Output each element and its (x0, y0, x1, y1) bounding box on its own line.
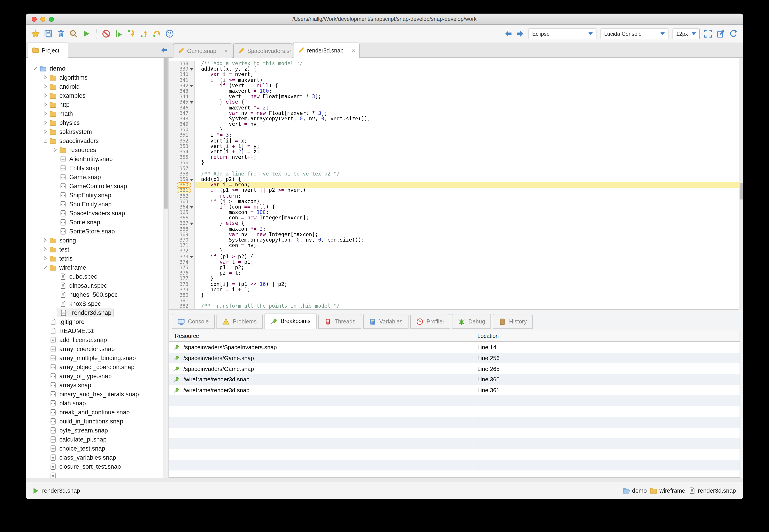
delete-icon[interactable] (57, 29, 65, 38)
gutter-line-number[interactable]: 338 (169, 61, 195, 67)
close-icon[interactable]: × (352, 47, 355, 54)
column-header-resource[interactable]: Resource (169, 331, 474, 341)
expander-icon[interactable] (42, 74, 48, 81)
expander-icon[interactable] (42, 128, 48, 135)
gutter-line-number[interactable]: 371 (169, 243, 195, 248)
tree-item-GameController.snap[interactable]: <>GameController.snap (26, 181, 168, 190)
gutter-line-number[interactable]: 356 (169, 160, 195, 166)
gutter-line-number[interactable]: 339 (169, 67, 195, 72)
code-line-363[interactable]: 363 if (i >= maxcon) (169, 199, 740, 204)
code-line-342[interactable]: 342 if (vert == null) { (169, 83, 740, 89)
tree-item[interactable]: <> (26, 471, 168, 478)
gutter-line-number[interactable]: 342 (169, 83, 195, 89)
fullscreen-icon[interactable] (704, 29, 712, 38)
tree-item-examples[interactable]: examples (26, 91, 168, 100)
code-line-353[interactable]: 353 vert[i + 1] = y; (169, 144, 740, 149)
gutter-line-number[interactable]: 372 (169, 249, 195, 254)
fold-icon[interactable] (190, 256, 194, 258)
tree-item-render3d.snap[interactable]: <>render3d.snap (26, 308, 168, 317)
gutter-line-number[interactable]: 364 (169, 204, 195, 210)
tree-item-physics[interactable]: physics (26, 118, 168, 127)
column-header-location[interactable]: Location (474, 331, 740, 341)
run-icon[interactable] (82, 29, 90, 38)
breakpoint-row[interactable]: /wireframe/render3d.snapLine 361 (169, 385, 740, 396)
tab-project[interactable]: Project (28, 43, 68, 58)
expander-icon[interactable] (32, 65, 38, 71)
code-line-381[interactable]: 381 (169, 298, 740, 304)
tree-item-byte_stream.snap[interactable]: <>byte_stream.snap (26, 426, 168, 435)
gutter-line-number[interactable]: 346 (169, 105, 195, 111)
gutter-line-number[interactable]: 350 (169, 127, 195, 133)
resume-icon[interactable] (114, 29, 123, 38)
tree-item-array_of_type.snap[interactable]: <>array_of_type.snap (26, 371, 168, 380)
tree-item-Sprite.snap[interactable]: <>Sprite.snap (26, 218, 168, 227)
gutter-line-number[interactable]: 374 (169, 260, 195, 265)
forward-icon[interactable] (516, 29, 524, 38)
expander-icon[interactable] (42, 255, 48, 261)
tree-item-tetris[interactable]: tetris (26, 254, 168, 263)
gutter-line-number[interactable]: 353 (169, 144, 195, 149)
tree-item-AlienEntity.snap[interactable]: <>AlienEntity.snap (26, 154, 168, 163)
expander-icon[interactable] (42, 246, 48, 252)
collapse-sidebar-icon[interactable] (160, 46, 168, 54)
code-line-349[interactable]: 349 vert = nv; (169, 122, 740, 127)
code-line-364[interactable]: 364 if (con == null) { (169, 204, 740, 210)
tree-item-http[interactable]: http (26, 100, 168, 109)
expander-icon[interactable] (42, 138, 48, 144)
breadcrumb-item-render3d.snap[interactable]: render3d.snap (688, 487, 736, 494)
gutter-line-number[interactable]: 381 (169, 298, 195, 304)
expander-icon[interactable] (42, 119, 48, 126)
tree-scrollbar[interactable] (163, 58, 168, 478)
code-line-344[interactable]: 344 vert = new Float[maxvert * 3]; (169, 94, 740, 100)
tree-item-SpriteStore.snap[interactable]: <>SpriteStore.snap (26, 227, 168, 236)
code-line-351[interactable]: 351 i *= 3; (169, 133, 740, 138)
tree-item-test[interactable]: test (26, 245, 168, 254)
tree-scrollbar-thumb[interactable] (164, 58, 167, 209)
code-line-360[interactable]: 360 var i = ncon; (169, 182, 740, 188)
code-line-382[interactable]: 382/** Transform all the points in this … (169, 304, 740, 309)
breadcrumb-item-wireframe[interactable]: wireframe (650, 487, 685, 494)
code-line-359[interactable]: 359add(p1, p2) { (169, 177, 740, 182)
tree-item-spaceinvaders[interactable]: spaceinvaders (26, 136, 168, 145)
tree-item-build_in_functions.snap[interactable]: <>build_in_functions.snap (26, 417, 168, 426)
panel-tab-problems[interactable]: Problems (217, 314, 263, 329)
gutter-line-number[interactable]: 369 (169, 232, 195, 237)
gutter-line-number[interactable]: 366 (169, 216, 195, 221)
zoom-window-button[interactable] (49, 17, 54, 22)
tree-item-resources[interactable]: resources (26, 145, 168, 154)
gutter-line-number[interactable]: 355 (169, 155, 195, 160)
tree-item-algorithms[interactable]: algorithms (26, 73, 168, 82)
close-icon[interactable]: × (225, 48, 228, 54)
gutter-line-number[interactable]: 370 (169, 237, 195, 243)
gutter-line-number[interactable]: 365 (169, 210, 195, 215)
tree-item-spring[interactable]: spring (26, 236, 168, 245)
code-line-362[interactable]: 362 return; (169, 193, 740, 199)
code-line-361[interactable]: 361 if (p1 >= nvert || p2 >= nvert) (169, 188, 740, 193)
expander-icon[interactable] (52, 147, 58, 153)
fold-icon[interactable] (190, 223, 194, 225)
gutter-line-number[interactable]: 367 (169, 221, 195, 226)
tree-item-.gitignore[interactable]: .gitignore (26, 317, 168, 326)
expander-icon[interactable] (42, 264, 48, 271)
gutter-line-number[interactable]: 345 (169, 100, 195, 105)
minimize-window-button[interactable] (40, 17, 45, 22)
editor-tab-SpaceInvaders.snap[interactable]: SpaceInvaders.snap× (233, 43, 292, 58)
open-external-icon[interactable] (717, 29, 725, 38)
code-line-370[interactable]: 370 System.arraycopy(con, 0, nv, 0, con.… (169, 237, 740, 243)
fold-icon[interactable] (190, 85, 194, 87)
code-line-378[interactable]: 378 con[i] = (p1 << 16) | p2; (169, 282, 740, 287)
code-line-348[interactable]: 348 System.arraycopy(vert, 0, nv, 0, ver… (169, 116, 740, 122)
code-line-377[interactable]: 377 } (169, 276, 740, 282)
tree-item-wireframe[interactable]: wireframe (26, 263, 168, 272)
code-line-371[interactable]: 371 con = nv; (169, 243, 740, 248)
fold-icon[interactable] (190, 179, 194, 181)
gutter-line-number[interactable]: 352 (169, 138, 195, 144)
tree-item-class_variables.snap[interactable]: <>class_variables.snap (26, 453, 168, 462)
gutter-line-number[interactable]: 362 (169, 193, 195, 199)
tree-item-math[interactable]: math (26, 109, 168, 118)
code-line-338[interactable]: 338/** Add a vertex to this model */ (169, 61, 740, 67)
panel-tab-breakpoints[interactable]: Breakpoints (264, 313, 316, 329)
code-line-343[interactable]: 343 maxvert = 100; (169, 89, 740, 94)
gutter-line-number[interactable]: 368 (169, 226, 195, 232)
gutter-line-number[interactable]: 360 (169, 182, 195, 188)
